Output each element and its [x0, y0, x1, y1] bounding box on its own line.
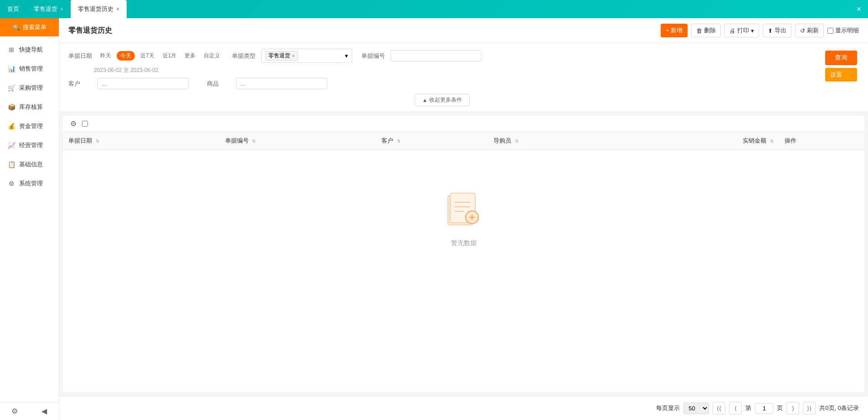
show-detail-checkbox-label[interactable]: 显示明细 — [827, 26, 859, 35]
filter-row-1: 单据日期 昨天 今天 近7天 近1月 更多 自定义 — [68, 49, 816, 63]
query-button[interactable]: 查询 — [825, 51, 857, 65]
tab-home[interactable]: 首页 — [0, 0, 26, 18]
refresh-button[interactable]: ↺ 刷新 — [795, 24, 824, 37]
sidebar-collapse-button[interactable]: ◀ — [30, 402, 59, 420]
sidebar-settings-button[interactable]: ⚙ — [0, 402, 30, 420]
sort-customer-icon[interactable]: ⇅ — [397, 138, 401, 143]
delete-button[interactable]: 🗑 删除 — [691, 24, 721, 37]
window-close-button[interactable]: × — [850, 0, 868, 18]
content: 零售退货历史 + 新增 🗑 删除 🖨 打印 ▾ ⬆ 导出 — [59, 18, 868, 420]
customer-filter-input[interactable] — [98, 78, 189, 89]
date-btn-1month[interactable]: 近1月 — [160, 51, 180, 61]
collapse-up-icon: ▲ — [422, 97, 428, 103]
quicknav-icon: ⊞ — [7, 46, 15, 54]
first-page-button[interactable]: ⟨⟨ — [713, 402, 725, 415]
type-tag: 零售退货 × — [265, 51, 298, 61]
voucher-filter-input[interactable] — [390, 50, 482, 61]
customer-filter-label: 客户 — [68, 80, 94, 88]
date-btn-custom[interactable]: 自定义 — [201, 51, 223, 61]
finance-icon: 💰 — [7, 122, 15, 130]
setting-button[interactable]: 设置 — [825, 68, 857, 82]
sidebar-item-basic[interactable]: 📋 基础信息 — [0, 155, 59, 174]
table-toolbar: ⚙ — [63, 116, 864, 132]
date-btn-today[interactable]: 今天 — [117, 51, 135, 61]
filter-type-item: 单据类型 零售退货 × ▾ — [232, 49, 352, 63]
total-info: 共0页, 0条记录 — [819, 404, 859, 412]
sidebar-item-sales[interactable]: 📊 销售管理 — [0, 59, 59, 78]
prev-page-button[interactable]: ⟨ — [729, 402, 742, 415]
goods-filter-input[interactable] — [236, 78, 327, 89]
page-title: 零售退货历史 — [68, 26, 112, 36]
print-icon: 🖨 — [729, 27, 735, 34]
operation-icon: 📈 — [7, 141, 15, 149]
col-action: 操作 — [779, 132, 865, 150]
sidebar-item-inventory[interactable]: 📦 库存核算 — [0, 97, 59, 117]
table-select-all-checkbox[interactable] — [82, 121, 88, 127]
system-icon: ⚙ — [7, 179, 15, 188]
filter-date-item: 单据日期 昨天 今天 近7天 近1月 更多 自定义 — [68, 51, 223, 61]
sidebar-search[interactable]: 🔍 搜索菜单 — [0, 18, 59, 36]
search-icon: 🔍 — [13, 24, 20, 31]
goods-filter-label: 商品 — [207, 80, 232, 88]
show-detail-checkbox[interactable] — [827, 28, 833, 34]
next-page-button[interactable]: ⟩ — [786, 402, 799, 415]
page-suffix: 页 — [777, 404, 783, 412]
last-page-button[interactable]: ⟩⟩ — [803, 402, 816, 415]
sidebar-item-system[interactable]: ⚙ 系统管理 — [0, 174, 59, 193]
top-bar: 首页 零售退货 × 零售退货历史 × × — [0, 0, 868, 18]
type-dropdown-icon: ▾ — [345, 52, 348, 59]
col-customer: 客户 ⇅ — [376, 132, 488, 150]
sort-amount-icon[interactable]: ⇅ — [770, 138, 774, 143]
filter-voucher-item: 单据编号 — [361, 50, 482, 61]
sidebar-item-quicknav[interactable]: ⊞ 快捷导航 — [0, 40, 59, 59]
data-table: 单据日期 ⇅ 单据编号 ⇅ 客户 ⇅ 导购员 ⇅ — [63, 132, 864, 150]
sidebar: 🔍 搜索菜单 ⊞ 快捷导航 📊 销售管理 🛒 采购管理 📦 库存核算 💰 — [0, 18, 59, 420]
page-number-input[interactable] — [755, 403, 773, 414]
export-button[interactable]: ⬆ 导出 — [763, 24, 791, 37]
purchase-icon: 🛒 — [7, 84, 15, 92]
collapse-btn[interactable]: ▲ 收起更多条件 — [415, 94, 470, 106]
tab-close-retail-return-history[interactable]: × — [116, 6, 119, 12]
table-settings-icon[interactable]: ⚙ — [70, 119, 77, 128]
add-button[interactable]: + 新增 — [661, 24, 688, 37]
tab-bar: 首页 零售退货 × 零售退货历史 × — [0, 0, 850, 18]
date-btn-more[interactable]: 更多 — [182, 51, 198, 61]
table-header-row: 单据日期 ⇅ 单据编号 ⇅ 客户 ⇅ 导购员 ⇅ — [63, 132, 864, 150]
type-filter-label: 单据类型 — [232, 52, 257, 60]
sidebar-bottom: ⚙ ◀ — [0, 402, 59, 420]
sidebar-item-operation[interactable]: 📈 经营管理 — [0, 136, 59, 155]
print-button[interactable]: 🖨 打印 ▾ — [724, 24, 759, 37]
print-dropdown-icon: ▾ — [751, 27, 754, 34]
filter-goods-item: 商品 — [207, 78, 327, 89]
date-btn-group: 昨天 今天 近7天 近1月 更多 自定义 — [98, 51, 223, 61]
col-voucher: 单据编号 ⇅ — [220, 132, 376, 150]
sort-voucher-icon[interactable]: ⇅ — [252, 138, 256, 143]
date-filter-label: 单据日期 — [68, 52, 94, 60]
type-tag-close[interactable]: × — [292, 53, 295, 59]
inventory-icon: 📦 — [7, 103, 15, 111]
sales-icon: 📊 — [7, 65, 15, 73]
empty-icon — [441, 186, 487, 232]
tab-close-retail-return[interactable]: × — [60, 6, 63, 12]
date-btn-7days[interactable]: 近7天 — [138, 51, 157, 61]
tab-retail-return-history[interactable]: 零售退货历史 × — [71, 0, 127, 18]
pagination: 每页显示 50 100 200 ⟨⟨ ⟨ 第 页 ⟩ ⟩⟩ 共0页, 0条记录 — [59, 396, 868, 420]
export-icon: ⬆ — [768, 27, 773, 34]
col-amount: 实销金额 ⇅ — [622, 132, 779, 150]
col-date: 单据日期 ⇅ — [63, 132, 220, 150]
tab-retail-return[interactable]: 零售退货 × — [26, 0, 71, 18]
page-size-select[interactable]: 50 100 200 — [683, 403, 709, 414]
type-filter-select[interactable]: 零售退货 × ▾ — [261, 49, 352, 63]
voucher-filter-label: 单据编号 — [361, 52, 387, 60]
sort-guide-icon[interactable]: ⇅ — [515, 138, 519, 143]
filter-area: 单据日期 昨天 今天 近7天 近1月 更多 自定义 — [59, 43, 868, 112]
date-range-display: 2023-06-02 至 2023-06-02 — [94, 67, 158, 73]
date-btn-yesterday[interactable]: 昨天 — [98, 51, 114, 61]
sidebar-item-purchase[interactable]: 🛒 采购管理 — [0, 78, 59, 97]
page-size-label: 每页显示 — [656, 404, 680, 412]
main-layout: 🔍 搜索菜单 ⊞ 快捷导航 📊 销售管理 🛒 采购管理 📦 库存核算 💰 — [0, 18, 868, 420]
sort-date-icon[interactable]: ⇅ — [96, 138, 99, 143]
sidebar-item-finance[interactable]: 💰 资金管理 — [0, 117, 59, 136]
collapse-icon: ◀ — [41, 407, 47, 415]
table-area: ⚙ 单据日期 ⇅ 单据编号 ⇅ — [63, 116, 864, 392]
